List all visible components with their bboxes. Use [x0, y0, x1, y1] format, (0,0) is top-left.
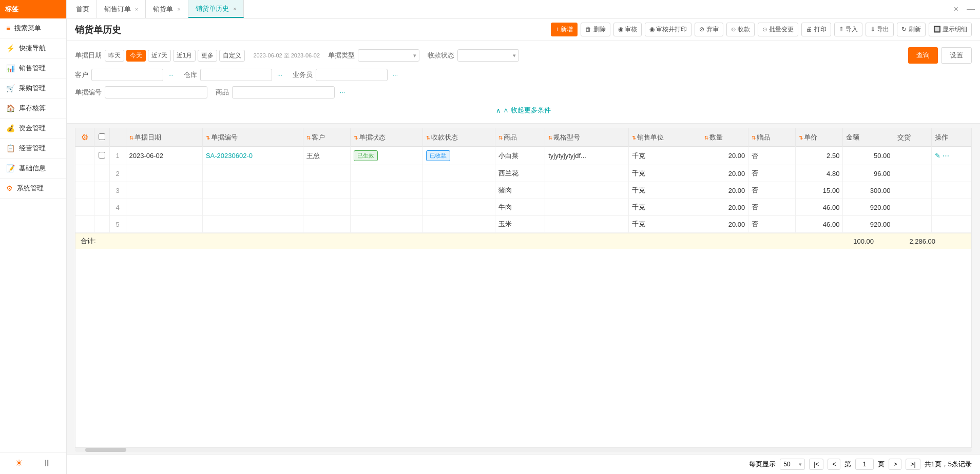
gear-icon[interactable]: ⚙ [81, 133, 88, 142]
audit-button[interactable]: ◉ 审核 [613, 23, 642, 36]
sidebar-item-funds-mgmt[interactable]: 💰 资金管理 [0, 118, 66, 139]
date-btn-yesterday[interactable]: 昨天 [105, 50, 124, 62]
sum-label: 合计: [81, 236, 122, 246]
sidebar-item-inventory[interactable]: 🏠 库存核算 [0, 98, 66, 118]
audit-print-button[interactable]: ◉ 审核并打印 [645, 23, 691, 36]
page-total-text: 共1页，5条记录 [925, 460, 972, 469]
col-spec[interactable]: ⇅规格型号 [545, 128, 629, 147]
new-button[interactable]: + 新增 [551, 23, 578, 36]
sidebar-item-sys-mgmt[interactable]: ⚙ 系统管理 [0, 179, 66, 199]
cell-qty: 20.00 [701, 216, 748, 233]
cell-gear [75, 182, 94, 199]
tab-sales-order-close[interactable]: × [135, 6, 138, 12]
cell-gift: 否 [748, 199, 796, 216]
col-customer[interactable]: ⇅客户 [303, 128, 350, 147]
edit-icon[interactable]: ✎ [935, 152, 940, 160]
col-doc-no[interactable]: ⇅单据编号 [202, 128, 303, 147]
col-qty[interactable]: ⇅数量 [701, 128, 748, 147]
cell-doc-date [126, 216, 202, 233]
page-input[interactable] [855, 459, 874, 470]
cell-check[interactable] [94, 147, 109, 165]
sidebar-footer-icon2[interactable]: ⏸ [42, 458, 51, 469]
sidebar-item-purchase-mgmt[interactable]: 🛒 采购管理 [0, 78, 66, 98]
doc-type-select[interactable] [358, 49, 419, 62]
export-button[interactable]: ⇓ 导出 [866, 23, 894, 36]
salesman-ellipsis[interactable]: ··· [391, 70, 400, 80]
sidebar-item-search-menu[interactable]: ≡ 搜索菜单 [0, 18, 66, 38]
collect-status-field: 收款状态 [428, 49, 519, 62]
sidebar-item-sales-mgmt[interactable]: 📊 销售管理 [0, 58, 66, 78]
cell-unit: 千克 [629, 199, 701, 216]
col-doc-date[interactable]: ⇅单据日期 [126, 128, 202, 147]
warehouse-input[interactable] [200, 69, 272, 81]
page-prev-btn[interactable]: < [828, 459, 840, 470]
salesman-input[interactable] [316, 69, 388, 81]
tab-sales-goods[interactable]: 销货单 × [146, 0, 188, 18]
col-gift[interactable]: ⇅赠品 [748, 128, 796, 147]
cell-check[interactable] [94, 199, 109, 216]
print-button[interactable]: 🖨 打印 [801, 23, 831, 36]
settings-button[interactable]: 设置 [941, 47, 972, 64]
col-gear[interactable]: ⚙ [75, 128, 94, 147]
query-button[interactable]: 查询 [908, 47, 938, 64]
col-collect-status[interactable]: ⇅收款状态 [422, 128, 495, 147]
customer-input[interactable] [91, 69, 163, 81]
sidebar-footer: ☀ ⏸ [0, 452, 66, 474]
sidebar-item-ops-mgmt[interactable]: 📋 经营管理 [0, 139, 66, 159]
more-icon[interactable]: ⋯ [943, 152, 949, 160]
select-all-checkbox[interactable] [99, 133, 105, 140]
window-close-btn[interactable]: × [949, 5, 964, 14]
page-first-btn[interactable]: |< [809, 459, 823, 470]
sidebar-item-base-info[interactable]: 📝 基础信息 [0, 159, 66, 179]
window-min-btn[interactable]: — [964, 5, 978, 14]
collapse-button[interactable]: ∧ ∧ 收起更多条件 [492, 104, 555, 117]
collect-status-select[interactable] [457, 49, 519, 62]
sidebar-item-quick-nav[interactable]: ⚡ 快捷导航 [0, 38, 66, 58]
cell-check[interactable] [94, 165, 109, 182]
page-next-btn[interactable]: > [889, 459, 901, 470]
col-price[interactable]: ⇅单价 [796, 128, 843, 147]
refresh-button[interactable]: ↻ 刷新 [897, 23, 925, 36]
col-doc-status[interactable]: ⇅单据状态 [350, 128, 422, 147]
tab-sales-order[interactable]: 销售订单 × [97, 0, 146, 18]
cell-check[interactable] [94, 182, 109, 199]
warehouse-ellipsis[interactable]: ··· [275, 70, 284, 80]
per-page-select[interactable]: 50 100 [780, 459, 805, 470]
col-goods[interactable]: ⇅商品 [495, 128, 545, 147]
sidebar-footer-icon1[interactable]: ☀ [15, 458, 23, 469]
col-check[interactable] [94, 128, 109, 147]
row-checkbox[interactable] [99, 152, 105, 159]
per-page-select-wrapper: 50 100 [780, 459, 805, 470]
cell-doc-date [126, 165, 202, 182]
sidebar-item-label: 库存核算 [19, 104, 46, 113]
delete-button[interactable]: 🗑 删除 [581, 23, 610, 36]
abandon-button[interactable]: ⊘ 弃审 [695, 23, 723, 36]
cell-check[interactable] [94, 216, 109, 233]
horizontal-scrollbar[interactable] [75, 448, 972, 452]
tab-sales-history[interactable]: 销货单历史 × [188, 0, 244, 18]
cell-amount: 50.00 [843, 147, 894, 165]
date-btn-custom[interactable]: 自定义 [219, 50, 245, 62]
date-btn-today[interactable]: 今天 [126, 50, 146, 62]
page-last-btn[interactable]: >| [906, 459, 920, 470]
date-btn-1month[interactable]: 近1月 [173, 50, 196, 62]
tab-home[interactable]: 首页 [69, 0, 97, 18]
date-btn-7days[interactable]: 近7天 [148, 50, 171, 62]
doc-no-input[interactable] [105, 86, 207, 98]
tab-sales-history-close[interactable]: × [233, 6, 236, 12]
goods-input[interactable] [232, 86, 335, 98]
date-btn-more[interactable]: 更多 [198, 50, 217, 62]
batch-change-button[interactable]: ⊙ 批量变更 [758, 23, 798, 36]
display-button[interactable]: 🔲 显示明细 [929, 23, 972, 36]
scrollbar-thumb[interactable] [85, 448, 126, 452]
customer-ellipsis[interactable]: ··· [166, 70, 176, 80]
cell-doc-status: 已生效 [350, 147, 422, 165]
import-button[interactable]: ⇑ 导入 [834, 23, 862, 36]
cell-doc-no [202, 199, 303, 216]
sales-icon: 📊 [6, 64, 15, 72]
search-icon: ≡ [6, 24, 10, 32]
goods-ellipsis[interactable]: ··· [338, 88, 347, 97]
col-unit[interactable]: ⇅销售单位 [629, 128, 701, 147]
tab-sales-goods-close[interactable]: × [177, 6, 180, 12]
collect-button[interactable]: ⊙ 收款 [726, 23, 755, 36]
